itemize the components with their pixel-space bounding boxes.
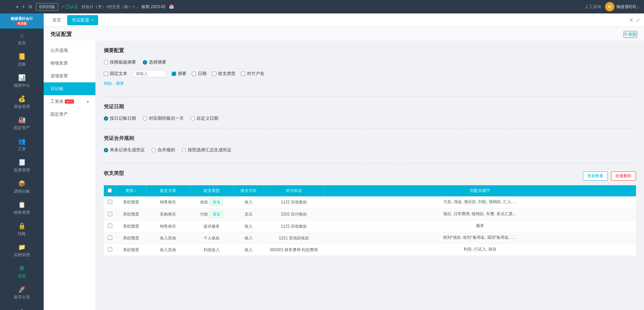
radio-template[interactable]: 按模板版摘要 [104, 59, 136, 65]
sidebar-item-member[interactable]: ★ 畅会员 [0, 304, 44, 310]
radio-single-input[interactable] [104, 148, 108, 152]
radio-journal-date-input[interactable] [104, 116, 108, 121]
summary-radio-group: 按模板版摘要 选择摘要 [104, 59, 636, 65]
tag-reset[interactable]: 置顶 [210, 211, 223, 218]
select-all-checkbox[interactable] [108, 188, 112, 193]
tab-close-icon[interactable]: × [91, 18, 93, 22]
sidebar-item-label: 工资 [18, 146, 26, 152]
radio-select-input[interactable] [143, 60, 147, 65]
topbar-gear-icon[interactable]: ⚙ [28, 4, 33, 9]
invoice-icon: 🧾 [18, 159, 26, 166]
radio-merge-input[interactable] [152, 148, 156, 152]
checkbox-date[interactable]: 日期 [192, 71, 207, 77]
sidebar-item-ledger[interactable]: 📒 总账 [0, 49, 44, 71]
checkbox-summary[interactable]: 摘要 [172, 71, 186, 77]
sidebar-item-new-guide[interactable]: 🚀 新手引导 [0, 282, 44, 304]
radio-custom-date-input[interactable] [190, 116, 195, 121]
window-expand-icon[interactable]: ⤢ [636, 17, 640, 23]
radio-select-summary-input[interactable] [182, 148, 186, 152]
badge-text: 好会计（专）+好生意（标）+... [82, 4, 138, 10]
refresh-button[interactable]: ↻ 刷新 [624, 31, 637, 38]
service-label[interactable]: 人工咨询 [585, 4, 601, 10]
row-keywords: 利息, 行证入, 按自 [324, 244, 636, 256]
radio-select-summary[interactable]: 按照选择汇总生成凭证 [182, 147, 231, 153]
radio-period-last[interactable]: 对应期间最后一天 [143, 115, 184, 121]
row-checkbox-cell[interactable] [104, 208, 116, 221]
left-nav: 公共选项 销项发票 进项发票 日记账 工资表 NEW ▾ 固定资产 [44, 41, 96, 310]
radio-custom-date[interactable]: 自定义日期 [190, 115, 218, 121]
row-subject: 1122 应收账款 [264, 221, 324, 232]
sidebar-item-purchase-sales[interactable]: 📦 进销台账 [0, 177, 44, 198]
sidebar-item-archive[interactable]: 📁 归档管理 [0, 240, 44, 261]
checkbox-pay-type-input[interactable] [212, 72, 216, 76]
radio-select[interactable]: 选择摘要 [143, 59, 166, 65]
certified-badge: ✓已认证 [61, 4, 78, 10]
window-close-icon[interactable]: ✕ [629, 17, 633, 23]
radio-merge[interactable]: 合并规则 [152, 147, 175, 153]
checkbox-counterpart-input[interactable] [241, 72, 245, 76]
checkbox-counterpart[interactable]: 对方户名 [241, 71, 264, 77]
row-checkbox[interactable] [108, 224, 112, 228]
sidebar-item-reports[interactable]: 📊 报表中心 [0, 71, 44, 92]
row-checkbox[interactable] [108, 247, 112, 251]
row-checkbox-cell[interactable] [104, 196, 116, 208]
avatar: 畅 [605, 2, 614, 11]
left-nav-item-sales-invoice[interactable]: 销项发票 [44, 57, 95, 70]
sidebar-item-home[interactable]: ⌂ 首页 [0, 29, 44, 49]
period-label: 账期 2023-02 [141, 4, 165, 10]
topbar-dropdown-icon[interactable]: ▾ [16, 4, 18, 9]
update-count-button[interactable]: 更新数量 [583, 171, 608, 181]
left-nav-item-journal[interactable]: 日记账 [44, 82, 95, 95]
tag-reset[interactable]: 置顶 [210, 199, 223, 206]
table-row: 系统预置 销售相关 提供服务 收入 1122 应收账款 服务 [104, 221, 636, 232]
checkbox-date-input[interactable] [192, 72, 196, 76]
left-nav-item-payroll-table[interactable]: 工资表 NEW ▾ [44, 95, 95, 108]
checkbox-fixed-text[interactable]: 固定文本 [104, 71, 127, 77]
tab-home[interactable]: 首页 [48, 15, 66, 25]
checkbox-summary-input[interactable] [172, 72, 176, 76]
sidebar-item-label: 进销台账 [14, 189, 30, 194]
sidebar-item-settings[interactable]: ⚙ 设置 [0, 261, 44, 282]
radio-single[interactable]: 单条记录生成凭证 [104, 147, 145, 153]
tab-voucher-config[interactable]: 凭证配置 × [67, 15, 98, 25]
radio-period-last-input[interactable] [143, 116, 147, 121]
checkbox-fixed-text-input[interactable] [104, 72, 108, 76]
row-checkbox[interactable] [108, 235, 112, 240]
income-expense-table: 类别 ↓ 收支大类 收支类型 收支方向 对方科目 匹配关键字 系统预置 销售相关 [104, 185, 636, 256]
sidebar-item-payroll[interactable]: 👥 工资 [0, 134, 44, 155]
sidebar-logo-text: 畅捷通好会计专业版 [11, 16, 33, 26]
fixed-text-input[interactable] [133, 70, 166, 77]
table-row: 系统预置 收入其他 个人收款 收入 1221 其他应收款 收到*借款, 收到*备… [104, 232, 636, 244]
voucher-date-section: 凭证日期 按日记账日期 对应期间最后一天 自定义日期 [104, 104, 636, 121]
summary-config-section: 摘要配置 按模板版摘要 选择摘要 [104, 47, 636, 86]
th-subject: 对方科目 [264, 185, 324, 196]
purchase-sales-icon: 📦 [18, 180, 26, 187]
topbar-add-icon[interactable]: + [22, 4, 25, 10]
merge-rules-title: 凭证合并规则 [104, 135, 636, 142]
row-checkbox-cell[interactable] [104, 244, 116, 256]
sidebar-item-funds[interactable]: 💰 资金管理 [0, 92, 44, 113]
batch-delete-button[interactable]: 批量删除 [611, 171, 636, 181]
row-checkbox-cell[interactable] [104, 232, 116, 244]
sidebar-item-fixed-assets[interactable]: 🏭 固定资产 [0, 113, 44, 134]
row-checkbox[interactable] [108, 200, 112, 204]
row-checkbox-cell[interactable] [104, 221, 116, 232]
left-nav-item-fixed-assets[interactable]: 固定资产 [44, 108, 95, 121]
row-checkbox[interactable] [108, 212, 112, 216]
switch-version-button[interactable]: 切到旧版 [36, 3, 58, 11]
row-direction: 收入 [233, 221, 264, 232]
sidebar-item-invoice-mgmt[interactable]: 🧾 发票管理 [0, 155, 44, 177]
member-icon: ★ [19, 307, 25, 310]
radio-journal-date[interactable]: 按日记账日期 [104, 115, 136, 121]
sidebar-item-tax[interactable]: 📋 税务管理 [0, 198, 44, 219]
tax-icon: 📋 [18, 201, 26, 208]
sidebar-item-closing[interactable]: 🔒 结账 [0, 219, 44, 240]
checkbox-pay-type[interactable]: 收支类型 [212, 71, 235, 77]
left-nav-item-public[interactable]: 公共选项 [44, 44, 95, 57]
calendar-icon[interactable]: 📅 [169, 4, 174, 9]
settings-icon: ⚙ [19, 265, 25, 272]
row-pay-type: 提供服务 [190, 221, 233, 232]
user-menu[interactable]: 畅 畅捷通旺旺... [605, 2, 640, 11]
radio-template-input[interactable] [104, 60, 108, 65]
left-nav-item-purchase-invoice[interactable]: 进项发票 [44, 70, 95, 82]
